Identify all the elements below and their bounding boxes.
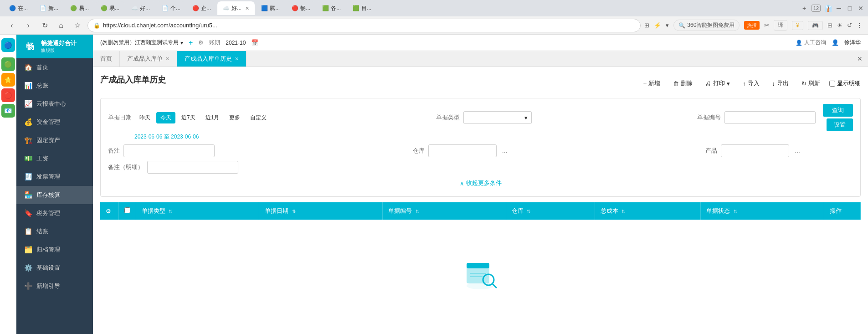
sidebar-item-invoice[interactable]: 🧾 发票管理 (16, 168, 93, 186)
export-button[interactable]: ↓ 导出 (769, 77, 793, 89)
expand-icon[interactable]: ▾ (666, 22, 669, 29)
game-tool[interactable]: 🎮 (808, 21, 823, 30)
query-button[interactable]: 查询 (823, 104, 853, 117)
minimize-icon[interactable]: ─ (835, 5, 842, 12)
currency-tool[interactable]: ¥ (792, 21, 803, 30)
browser-tab-10[interactable]: 🔴 畅... (286, 1, 316, 15)
table-status-header[interactable]: 单据状态 ⇅ (701, 202, 824, 220)
sidebar-item-report[interactable]: 📈 云报表中心 (16, 95, 93, 113)
company-selector[interactable]: (勿删勿禁用）江西颐宝测试专用 ▾ (100, 39, 183, 46)
product-input[interactable] (721, 144, 789, 157)
lightning-icon[interactable]: ⚡ (654, 22, 661, 29)
table-warehouse-header[interactable]: 仓库 ⇅ (506, 202, 595, 220)
brightness-tool[interactable]: ☀ (837, 22, 842, 29)
app-icon-4[interactable]: 🔴 (1, 88, 15, 102)
url-bar[interactable]: 🔒 https://cloud.chanjet.com/accounting/u… (87, 19, 641, 32)
date-chip-1month[interactable]: 近1月 (201, 112, 224, 123)
sidebar-item-basic[interactable]: ⚙️ 基础设置 (16, 259, 93, 277)
sidebar-item-archive[interactable]: 🗂️ 归档管理 (16, 241, 93, 259)
extensions-icon[interactable]: 👔 (824, 5, 832, 12)
sidebar-item-inventory[interactable]: 🏪 库存核算 (16, 186, 93, 204)
layout-tool[interactable]: ⊞ (827, 22, 832, 29)
browser-tab-6[interactable]: 📄 个... (156, 1, 186, 15)
sidebar-item-new[interactable]: ➕ 新增引导 (16, 277, 93, 295)
settings-button[interactable]: 设置 (827, 118, 853, 131)
date-chip-more[interactable]: 更多 (225, 112, 244, 123)
date-chip-custom[interactable]: 自定义 (246, 112, 271, 123)
table-no-header[interactable]: 单据编号 ⇅ (383, 202, 506, 220)
page-tab-history[interactable]: 产成品入库单历史 ✕ (177, 51, 247, 67)
warehouse-more-button[interactable]: ... (502, 147, 508, 154)
import-label: 导入 (748, 79, 760, 87)
page-tab-history-close-icon[interactable]: ✕ (235, 56, 239, 62)
cut-tool[interactable]: ✂ (764, 22, 769, 29)
print-button[interactable]: 🖨 打印 ▾ (702, 77, 734, 89)
note-detail-input[interactable] (147, 161, 238, 174)
show-detail-toggle[interactable]: 显示明细 (829, 79, 861, 87)
panel-close-button[interactable]: ✕ (852, 51, 868, 66)
close-window-icon[interactable]: ✕ (857, 5, 864, 12)
page-tab-home[interactable]: 首页 (93, 51, 120, 67)
warehouse-input[interactable] (428, 144, 497, 157)
product-more-button[interactable]: ... (795, 147, 800, 154)
date-chip-yesterday[interactable]: 昨天 (135, 112, 154, 123)
date-chip-7days[interactable]: 近7天 (177, 112, 200, 123)
page-tab-voucher-close-icon[interactable]: ✕ (165, 56, 169, 62)
browser-tab-1[interactable]: 🔵 在... (4, 1, 33, 15)
refresh-button[interactable]: ↻ 刷新 (798, 77, 824, 89)
period-calendar-icon[interactable]: 📅 (251, 39, 258, 46)
page-tab-voucher[interactable]: 产成品入库单 ✕ (120, 51, 177, 67)
translate-tool[interactable]: 译 (774, 20, 787, 31)
delete-button[interactable]: 🗑 删除 (669, 77, 696, 89)
date-chip-today[interactable]: 今天 (156, 112, 175, 123)
table-date-header[interactable]: 单据日期 ⇅ (259, 202, 383, 220)
voucher-type-dropdown[interactable]: ▾ (463, 111, 532, 124)
browser-tab-5[interactable]: ☁️ 好... (126, 1, 155, 15)
browser-tab-7[interactable]: 🔴 企... (187, 1, 216, 15)
ai-consult-button[interactable]: 👤 人工咨询 (796, 39, 826, 46)
forward-button[interactable]: › (22, 19, 35, 32)
more-tools[interactable]: ⋮ (857, 22, 863, 29)
table-cost-header[interactable]: 总成本 ⇅ (595, 202, 701, 220)
extensions-toolbar[interactable]: ⊞ (644, 22, 649, 29)
browser-tab-11[interactable]: 🟩 各... (317, 1, 346, 15)
browser-tab-12[interactable]: 🟩 目... (347, 1, 377, 15)
table-checkbox-header[interactable] (118, 202, 136, 220)
sidebar-item-ledger[interactable]: 📊 总账 (16, 77, 93, 95)
table-type-header[interactable]: 单据类型 ⇅ (136, 202, 259, 220)
sidebar-item-payroll[interactable]: 💵 工资 (16, 149, 93, 168)
sidebar-item-tax[interactable]: 🔖 税务管理 (16, 204, 93, 222)
back-button[interactable]: ‹ (5, 19, 18, 32)
browser-tab-2[interactable]: 📄 新... (34, 1, 64, 15)
home-button[interactable]: ⌂ (55, 19, 67, 32)
bookmark-button[interactable]: ☆ (71, 19, 84, 32)
type-sort-icon: ⇅ (169, 209, 172, 214)
browser-tab-8[interactable]: ☁️ 好... ✕ (217, 1, 255, 15)
note-input[interactable] (123, 144, 215, 157)
tab-8-close-icon[interactable]: ✕ (245, 5, 249, 11)
show-detail-checkbox[interactable] (829, 81, 835, 87)
new-button[interactable]: + 新增 (640, 77, 664, 89)
voucher-no-input[interactable] (724, 111, 816, 124)
browser-tab-4[interactable]: 🟢 易... (95, 1, 125, 15)
new-tab-button[interactable]: + (801, 5, 808, 12)
topbar-add-button[interactable]: + (189, 39, 193, 47)
settings-tool[interactable]: ↺ (847, 22, 852, 29)
app-icon-3[interactable]: ⭐ (1, 73, 15, 87)
sidebar-item-fixed[interactable]: 🏗️ 固定资产 (16, 131, 93, 149)
sidebar-item-settle[interactable]: 📋 结账 (16, 222, 93, 241)
sidebar-item-home[interactable]: 🏠 首页 (16, 58, 93, 77)
browser-tab-3[interactable]: 🟢 易... (65, 1, 94, 15)
collapse-button[interactable]: ∧ 收起更多条件 (460, 179, 502, 187)
import-button[interactable]: ↑ 导入 (739, 77, 763, 89)
select-all-checkbox[interactable] (124, 207, 130, 213)
topbar-settings-icon[interactable]: ⚙ (198, 39, 204, 46)
maximize-icon[interactable]: □ (846, 5, 853, 12)
refresh-button[interactable]: ↻ (38, 19, 51, 32)
browser-tab-9[interactable]: 🟦 腾... (256, 1, 285, 15)
table-gear-header[interactable]: ⚙ (100, 202, 118, 220)
app-icon-5[interactable]: 📧 (1, 104, 15, 118)
sidebar-item-fund[interactable]: 💰 资金管理 (16, 113, 93, 131)
app-icon-1[interactable]: 🔵 (1, 38, 15, 52)
app-icon-2[interactable]: 🟢 (1, 57, 15, 71)
